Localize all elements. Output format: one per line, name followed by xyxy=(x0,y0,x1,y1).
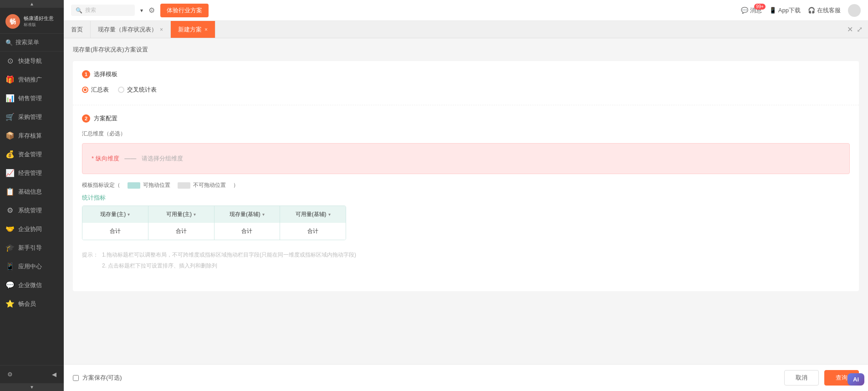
tab-new-scheme[interactable]: 新建方案 × xyxy=(171,21,215,38)
col-label-2: 现存量(基辅) xyxy=(230,211,260,218)
sidebar-search-menu[interactable]: 🔍 搜索菜单 xyxy=(0,34,64,51)
sidebar-collapse-icon[interactable]: ◀ xyxy=(52,371,56,378)
quick-nav-icon: ⊙ xyxy=(5,57,15,65)
sidebar-item-label: 营销推广 xyxy=(18,76,42,84)
col-dropdown-2[interactable]: ▾ xyxy=(262,212,265,217)
cancel-button[interactable]: 取消 xyxy=(784,370,819,386)
col-header-0[interactable]: 现存量(主) ▾ xyxy=(82,206,148,223)
app-download-label: App下载 xyxy=(778,6,801,15)
service-label: 在线客服 xyxy=(817,6,841,15)
sidebar-item-label: 基础信息 xyxy=(18,188,42,196)
sidebar-item-label: 畅会员 xyxy=(18,300,36,308)
newbie-icon: 🎓 xyxy=(5,243,15,252)
sidebar-item-purchase[interactable]: 🛒 采购管理 xyxy=(0,108,64,126)
topbar-gear-icon[interactable]: ⚙ xyxy=(148,6,155,15)
draggable-label: 可拖动位置 xyxy=(143,181,170,189)
dimension-dash: —— xyxy=(124,155,136,162)
template-indicator-label: 模板指标设定（ xyxy=(82,181,120,189)
tips-line-2: 提示： 2. 点击标题栏下拉可设置排序、插入列和删除列 xyxy=(82,260,850,271)
finance-icon: 💰 xyxy=(5,150,15,159)
radio-cross[interactable]: 交叉统计表 xyxy=(118,86,157,94)
sidebar-scroll-up[interactable]: ▲ xyxy=(0,0,64,8)
tab-close-all-icon[interactable]: ✕ xyxy=(847,25,853,34)
main-content: 现存量(库存状况表)方案设置 1 选择模板 汇总表 交叉统计表 xyxy=(64,38,868,364)
search-icon: 🔍 xyxy=(5,39,13,46)
operations-icon: 📈 xyxy=(5,169,15,177)
sidebar-settings-icon[interactable]: ⚙ xyxy=(7,371,13,378)
inventory-icon: 📦 xyxy=(5,131,15,140)
table-header-row: 现存量(主) ▾ 可用量(主) ▾ 现存量(基辅) ▾ xyxy=(82,206,346,223)
save-scheme-label: 方案保存(可选) xyxy=(82,374,122,382)
tab-home[interactable]: 首页 xyxy=(64,21,91,38)
topbar-search-box[interactable]: 🔍 搜索 xyxy=(71,5,135,16)
sidebar-item-basic[interactable]: 📋 基础信息 xyxy=(0,182,64,201)
sidebar-item-label: 销售管理 xyxy=(18,94,42,103)
system-icon: ⚙ xyxy=(5,206,15,215)
tab-new-scheme-label: 新建方案 xyxy=(178,26,202,34)
footer-bar: 方案保存(可选) 取消 查询 xyxy=(64,364,868,391)
sidebar-item-inventory[interactable]: 📦 库存核算 xyxy=(0,126,64,145)
tab-inventory-status-label: 现存量（库存状况表） xyxy=(98,26,157,34)
wechat-icon: 💬 xyxy=(5,281,15,289)
save-scheme-input[interactable] xyxy=(73,375,79,381)
col-body-3: 合计 xyxy=(280,223,346,240)
message-icon: 💬 xyxy=(741,7,748,14)
sidebar-item-wechat[interactable]: 💬 企业微信 xyxy=(0,276,64,294)
tab-expand-icon[interactable]: ⤢ xyxy=(857,25,863,34)
sidebar-item-label: 新手引导 xyxy=(18,244,42,252)
topbar-app-download[interactable]: 📱 App下载 xyxy=(769,6,801,15)
col-dropdown-3[interactable]: ▾ xyxy=(328,212,331,217)
topbar-right: 💬 消息 99+ 📱 App下载 🎧 在线客服 xyxy=(741,4,861,17)
main-area: 🔍 搜索 ▾ ⚙ 体验行业方案 💬 消息 99+ 📱 App下载 🎧 在线客服 xyxy=(64,0,868,391)
sidebar-item-newbie[interactable]: 🎓 新手引导 xyxy=(0,238,64,257)
topbar-online-service[interactable]: 🎧 在线客服 xyxy=(808,6,841,15)
col-header-2[interactable]: 现存量(基辅) ▾ xyxy=(214,206,281,223)
sidebar-item-corp[interactable]: 🤝 企业协同 xyxy=(0,220,64,238)
purchase-icon: 🛒 xyxy=(5,113,15,121)
col-header-1[interactable]: 可用量(主) ▾ xyxy=(148,206,214,223)
dimension-area[interactable]: * 纵向维度 —— 请选择分组维度 xyxy=(82,143,850,174)
page-title: 现存量(库存状况表)方案设置 xyxy=(73,46,859,54)
user-avatar[interactable] xyxy=(848,4,861,17)
sidebar-item-quick-nav[interactable]: ⊙ 快捷导航 xyxy=(0,51,64,70)
tab-inventory-status[interactable]: 现存量（库存状况表） × xyxy=(91,21,171,38)
section1-num: 1 xyxy=(82,70,90,78)
sidebar-item-label: 企业微信 xyxy=(18,281,42,289)
col-label-1: 可用量(主) xyxy=(166,211,192,218)
save-scheme-checkbox[interactable]: 方案保存(可选) xyxy=(73,374,122,382)
sidebar-item-finance[interactable]: 💰 资金管理 xyxy=(0,145,64,164)
sidebar: ▲ 畅 畅康通好生意 标准版 🔍 搜索菜单 ⊙ 快捷导航 🎁 营销推广 📊 销售… xyxy=(0,0,64,391)
col-header-3[interactable]: 可用量(基辅) ▾ xyxy=(280,206,346,223)
app-badge: 标准版 xyxy=(24,22,54,28)
sidebar-item-appstore[interactable]: 📱 应用中心 xyxy=(0,257,64,276)
sidebar-item-marketing[interactable]: 🎁 营销推广 xyxy=(0,70,64,89)
radio-summary-label: 汇总表 xyxy=(91,86,109,94)
sidebar-item-label: 库存核算 xyxy=(18,132,42,140)
sidebar-item-member[interactable]: ⭐ 畅会员 xyxy=(0,294,64,313)
sidebar-item-label: 系统管理 xyxy=(18,206,42,215)
topbar-dropdown-icon[interactable]: ▾ xyxy=(140,7,143,14)
indicators-section: 统计指标 现存量(主) ▾ 可用量(主) ▾ xyxy=(82,194,850,240)
sidebar-item-system[interactable]: ⚙ 系统管理 xyxy=(0,201,64,220)
col-dropdown-1[interactable]: ▾ xyxy=(194,212,196,217)
indicators-table: 现存量(主) ▾ 可用量(主) ▾ 现存量(基辅) ▾ xyxy=(82,206,346,240)
topbar-search-icon: 🔍 xyxy=(76,7,82,14)
sidebar-item-sales[interactable]: 📊 销售管理 xyxy=(0,89,64,108)
message-badge: 99+ xyxy=(754,4,766,10)
sidebar-scroll-down[interactable]: ▼ xyxy=(0,383,64,391)
tips-line-1: 提示： 1.拖动标题栏可以调整布局，不可跨维度或指标区域拖动栏目字段(只能在同一… xyxy=(82,249,850,260)
sidebar-item-label: 经营管理 xyxy=(18,169,42,177)
tab-inventory-status-close[interactable]: × xyxy=(160,27,163,32)
tab-new-scheme-close[interactable]: × xyxy=(204,27,208,32)
dimension-vertical-label: * 纵向维度 xyxy=(92,155,119,162)
trial-industry-btn[interactable]: 体验行业方案 xyxy=(160,4,209,17)
col-sub-1: 合计 xyxy=(176,227,187,235)
topbar-message[interactable]: 💬 消息 99+ xyxy=(741,6,762,15)
radio-cross-circle xyxy=(118,87,124,93)
col-sub-2: 合计 xyxy=(241,227,252,235)
col-dropdown-0[interactable]: ▾ xyxy=(128,212,130,217)
ai-badge[interactable]: Ai xyxy=(848,373,864,386)
radio-summary[interactable]: 汇总表 xyxy=(82,86,109,94)
sidebar-item-operations[interactable]: 📈 经营管理 xyxy=(0,164,64,182)
col-label-3: 可用量(基辅) xyxy=(296,211,327,218)
